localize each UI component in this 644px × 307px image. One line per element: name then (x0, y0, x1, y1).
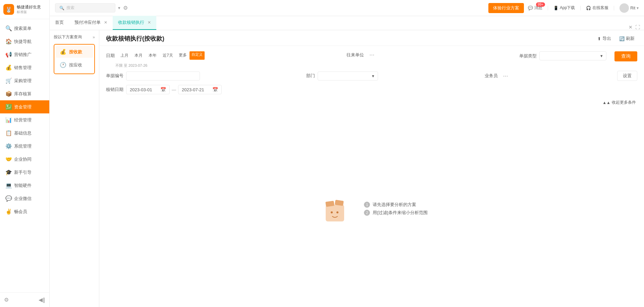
service-button[interactable]: 🎧 在线客服 (586, 5, 608, 11)
sidebar-item-business[interactable]: 📊 经营管理 (0, 113, 49, 126)
sidebar-collapse-button[interactable]: ◀‖ (39, 297, 45, 303)
export-icon: ⬆ (597, 36, 601, 41)
date-form-item: 日期 上月 本月 本年 近7天 更多 自定义 (106, 51, 205, 60)
form-row-1: 日期 上月 本月 本年 近7天 更多 自定义 往来单位 ··· (106, 51, 637, 61)
sidebar-item-finance[interactable]: 💹 资金管理 (0, 100, 49, 113)
page-content: 按以下方案查询 » 💰 按收款 🕐 按应收 收款核销执行(按收款) (50, 30, 644, 307)
filter-panel: 按以下方案查询 » 💰 按收款 🕐 按应收 (50, 30, 99, 307)
sidebar-item-label: 企业微信 (14, 196, 32, 202)
dept-form-item: 部门 ▾ (306, 71, 378, 81)
solution-button[interactable]: 体验行业方案 (488, 3, 524, 13)
app-download-button[interactable]: 📱 App下载 (553, 5, 575, 11)
filter-item-by-receipt[interactable]: 💰 按收款 (56, 46, 93, 58)
sidebar-item-label: 库存核算 (14, 91, 32, 97)
verify-date-label: 核销日期 (106, 87, 123, 93)
sidebar-item-basics[interactable]: 📋 基础信息 (0, 126, 49, 140)
date-custom-label: 自定义 (190, 51, 205, 60)
sidebar-item-purchase[interactable]: 🛒 采购管理 (0, 74, 49, 87)
tab-expand-button[interactable]: ⛶ (635, 24, 640, 30)
tab-receipt-verify[interactable]: 收款核销执行 ✕ (113, 16, 156, 30)
calendar-start-icon[interactable]: 📅 (160, 87, 166, 92)
doc-number-input[interactable] (126, 71, 200, 81)
finance-icon: 💹 (5, 104, 11, 110)
by-receipt-icon: 💰 (60, 49, 66, 55)
step-2-text: 用[过滤]条件来缩小分析范围 (373, 210, 427, 216)
header-search-box[interactable]: 🔍 搜索 (55, 3, 115, 12)
calendar-end-icon[interactable]: 📅 (212, 87, 218, 92)
sidebar-item-label: 快捷导航 (14, 39, 32, 45)
settings-gear-icon[interactable]: ⚙ (123, 5, 128, 11)
verify-date-start-input[interactable]: 2023-03-01 📅 (126, 85, 170, 94)
date-tab-more[interactable]: 更多 (176, 51, 190, 60)
sidebar-item-marketing[interactable]: 📢 营销推广 (0, 48, 49, 61)
form-row-3: 核销日期 2023-03-01 📅 — 2023-07-21 📅 (106, 85, 637, 94)
search-dropdown-icon[interactable]: ▾ (118, 5, 120, 10)
inventory-icon: 📦 (5, 91, 11, 97)
message-badge: 99+ (536, 2, 545, 7)
form-actions: 查询 (614, 51, 637, 61)
date-tab-this-year[interactable]: 本年 (146, 51, 160, 60)
guide-icon: 🎓 (5, 169, 11, 175)
tab-home[interactable]: 首页 (50, 16, 69, 30)
doc-number-label: 单据编号 (106, 73, 123, 79)
logo-name: 畅捷通好生意 (17, 4, 41, 10)
dept-select[interactable]: ▾ (318, 71, 378, 81)
sidebar-item-label: 智能硬件 (14, 183, 32, 189)
date-tab-last-7days[interactable]: 近7天 (160, 51, 176, 60)
tab-close-all-button[interactable]: ✕ (629, 24, 633, 30)
system-icon: ⚙️ (5, 143, 11, 149)
export-button[interactable]: ⬆ 导出 (595, 34, 614, 43)
svg-point-3 (331, 211, 333, 213)
doc-type-select[interactable]: ▾ (539, 51, 606, 60)
sidebar-item-search-menu[interactable]: 🔍 搜索菜单 (0, 22, 49, 35)
collapse-more-button[interactable]: ▲▲ 收起更多条件 (601, 98, 637, 107)
filter-panel-collapse-button[interactable]: » (93, 35, 95, 40)
sidebar-item-enterprise[interactable]: 🤝 企业协同 (0, 153, 49, 166)
sidebar-item-system[interactable]: ⚙️ 系统管理 (0, 140, 49, 153)
refresh-button[interactable]: 🔄 刷新 (616, 34, 637, 43)
date-tab-this-month[interactable]: 本月 (131, 51, 146, 60)
tab-prepay[interactable]: 预付冲应付单 ✕ (69, 16, 113, 30)
tab-prepay-close[interactable]: ✕ (104, 20, 107, 25)
filter-item-label: 按收款 (69, 49, 82, 55)
settings-button[interactable]: 设置 (617, 71, 637, 81)
empty-illustration (316, 190, 356, 230)
hardware-icon: 💻 (5, 182, 11, 189)
collapse-label: 收起更多条件 (612, 100, 636, 105)
doc-type-label: 单据类型 (519, 53, 537, 59)
date-tab-last-month[interactable]: 上月 (117, 51, 131, 60)
member-icon: ✌️ (5, 208, 11, 215)
counterpart-ellipsis[interactable]: ··· (367, 51, 377, 58)
form-row-2: 单据编号 部门 ▾ 业务员 ··· (106, 71, 637, 81)
sidebar-settings-button[interactable]: ⚙ (4, 297, 9, 303)
staff-ellipsis[interactable]: ··· (500, 72, 511, 80)
header-divider3 (614, 6, 614, 10)
sidebar-item-label: 采购管理 (14, 78, 32, 84)
page-header-actions: ⬆ 导出 🔄 刷新 (595, 34, 637, 43)
sidebar-item-guide[interactable]: 🎓 新手引导 (0, 166, 49, 179)
query-button[interactable]: 查询 (614, 51, 637, 61)
sidebar-item-label: 经营管理 (14, 117, 32, 123)
filter-items-border: 💰 按收款 🕐 按应收 (54, 44, 95, 74)
tab-bar: 首页 预付冲应付单 ✕ 收款核销执行 ✕ ✕ ⛶ (50, 16, 644, 30)
filter-item-by-receivable[interactable]: 🕐 按应收 (56, 59, 93, 71)
sidebar-item-wechat[interactable]: 💬 企业微信 (0, 192, 49, 205)
tab-receipt-close[interactable]: ✕ (148, 20, 151, 25)
message-button[interactable]: 💬 消息 99+ (528, 5, 542, 11)
sidebar-item-label: 资金管理 (14, 104, 32, 110)
counterpart-label: 往来单位 (346, 52, 364, 58)
sidebar-item-sales[interactable]: 💰 销售管理 (0, 61, 49, 74)
sidebar-item-hardware[interactable]: 💻 智能硬件 (0, 179, 49, 192)
sidebar-item-label: 营销推广 (14, 52, 32, 58)
empty-state: 1 请先选择要分析的方案 2 用[过滤]条件来缩小分析范围 (99, 112, 644, 307)
empty-svg (319, 193, 353, 226)
purchase-icon: 🛒 (5, 78, 11, 84)
sidebar-item-inventory[interactable]: 📦 库存核算 (0, 87, 49, 100)
verify-date-end-input[interactable]: 2023-07-21 📅 (178, 85, 222, 94)
sidebar-item-member[interactable]: ✌️ 畅会员 (0, 205, 49, 218)
sidebar-item-label: 新手引导 (14, 169, 32, 175)
date-tabs: 上月 本月 本年 近7天 更多 自定义 (117, 51, 205, 60)
user-profile[interactable]: Rit ▾ (620, 3, 639, 13)
sidebar-item-quick-nav[interactable]: 🏠 快捷导航 (0, 35, 49, 48)
refresh-label: 刷新 (626, 36, 635, 42)
